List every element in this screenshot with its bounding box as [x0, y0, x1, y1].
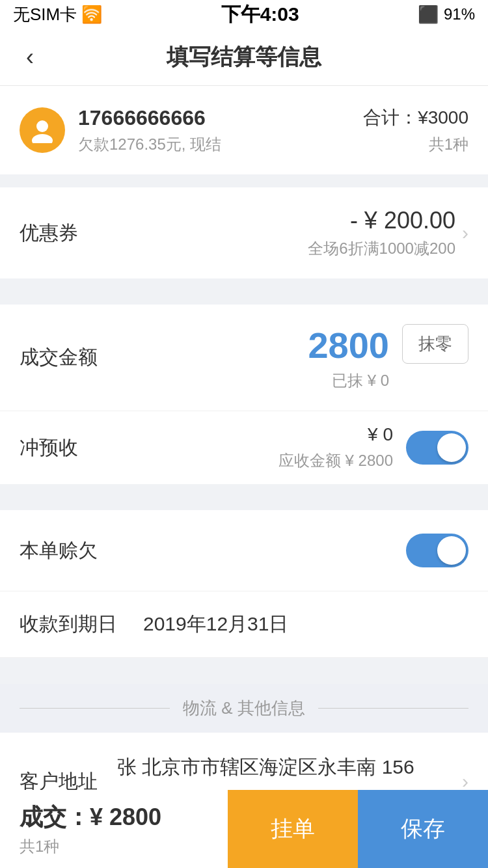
- debt-toggle[interactable]: [406, 534, 468, 567]
- chong-row: 冲预收 ¥ 0 应收金额 ¥ 2800: [0, 411, 488, 484]
- total-price: 合计：¥3000: [363, 105, 468, 130]
- chong-amount: ¥ 0: [368, 424, 393, 445]
- divider-line-right: [318, 708, 468, 709]
- chong-right: ¥ 0 应收金额 ¥ 2800: [278, 424, 468, 471]
- back-button[interactable]: ‹: [20, 37, 40, 77]
- status-bar: 无SIM卡 🛜 下午4:03 ⬛ 91%: [0, 0, 488, 29]
- bottom-bar: 成交：¥ 2800 共1种 挂单 保存: [0, 790, 488, 868]
- deal-amount-right: 2800 已抹 ¥ 0: [308, 324, 389, 391]
- bottom-summary: 成交：¥ 2800 共1种: [0, 802, 228, 857]
- user-phone: 17666666666: [78, 106, 221, 130]
- coupon-right: - ¥ 200.00 全场6折满1000减200 ›: [308, 207, 468, 259]
- nav-bar: ‹ 填写结算等信息: [0, 29, 488, 86]
- chong-label: 冲预收: [20, 435, 78, 461]
- page-title: 填写结算等信息: [167, 42, 321, 72]
- debt-toggle-knob: [437, 536, 466, 565]
- avatar: [20, 107, 65, 153]
- round-zero-button[interactable]: 抹零: [402, 324, 468, 364]
- bottom-deal-label: 成交：¥ 2800: [20, 802, 208, 834]
- toggle-knob: [437, 433, 466, 462]
- main-content: 17666666666 欠款1276.35元, 现结 合计：¥3000 共1种 …: [0, 86, 488, 868]
- status-time: 下午4:03: [221, 1, 299, 28]
- user-card: 17666666666 欠款1276.35元, 现结 合计：¥3000 共1种: [0, 86, 488, 174]
- chong-sub: 应收金额 ¥ 2800: [278, 450, 393, 471]
- logistics-divider: 物流 & 其他信息: [0, 684, 488, 733]
- separator-1: [0, 292, 488, 305]
- coupon-desc: 全场6折满1000减200: [308, 238, 455, 259]
- debt-row: 本单赊欠: [0, 510, 488, 591]
- battery-icon: ⬛: [418, 5, 439, 25]
- coupon-section: 优惠券 - ¥ 200.00 全场6折满1000减200 ›: [0, 187, 488, 278]
- save-button[interactable]: 保存: [358, 790, 488, 868]
- hang-button[interactable]: 挂单: [228, 790, 358, 868]
- avatar-icon: [29, 117, 55, 143]
- address-chevron-icon: ›: [462, 770, 468, 793]
- deal-amount-number: 2800: [308, 324, 389, 366]
- debt-label: 本单赊欠: [20, 537, 98, 564]
- user-left: 17666666666 欠款1276.35元, 现结: [20, 106, 221, 155]
- coupon-value: - ¥ 200.00 全场6折满1000减200: [308, 207, 455, 259]
- due-date-label: 收款到期日: [20, 611, 117, 638]
- deal-section: 成交金额 2800 已抹 ¥ 0 抹零 冲预收 ¥ 0 应收金额 ¥ 2800: [0, 305, 488, 484]
- coupon-label: 优惠券: [20, 220, 78, 247]
- divider-line-left: [20, 708, 170, 709]
- bottom-count: 共1种: [20, 836, 208, 857]
- user-debt: 欠款1276.35元, 现结: [78, 134, 221, 155]
- due-date-row: 收款到期日 2019年12月31日: [0, 591, 488, 658]
- svg-point-1: [32, 134, 53, 143]
- chong-value: ¥ 0 应收金额 ¥ 2800: [278, 424, 393, 471]
- separator-3: [0, 671, 488, 684]
- user-info: 17666666666 欠款1276.35元, 现结: [78, 106, 221, 155]
- status-left: 无SIM卡 🛜: [13, 3, 102, 26]
- coupon-row[interactable]: 优惠券 - ¥ 200.00 全场6折满1000减200 ›: [0, 187, 488, 278]
- battery-level: 91%: [444, 5, 475, 23]
- chong-toggle[interactable]: [406, 431, 468, 465]
- chevron-right-icon: ›: [462, 222, 468, 244]
- logistics-label: 物流 & 其他信息: [183, 697, 305, 720]
- deal-amount-row: 成交金额 2800 已抹 ¥ 0 抹零: [0, 305, 488, 411]
- status-right: ⬛ 91%: [418, 5, 475, 25]
- coupon-amount: - ¥ 200.00: [350, 207, 455, 234]
- deal-amount-sub: 已抹 ¥ 0: [332, 370, 389, 391]
- separator-2: [0, 497, 488, 510]
- total-count: 共1种: [363, 134, 468, 155]
- deal-amount-label: 成交金额: [20, 344, 98, 371]
- svg-point-0: [36, 120, 48, 132]
- user-right: 合计：¥3000 共1种: [363, 105, 468, 155]
- due-date-value: 2019年12月31日: [143, 611, 288, 638]
- debt-section: 本单赊欠 收款到期日 2019年12月31日: [0, 510, 488, 658]
- sim-status: 无SIM卡 🛜: [13, 3, 102, 26]
